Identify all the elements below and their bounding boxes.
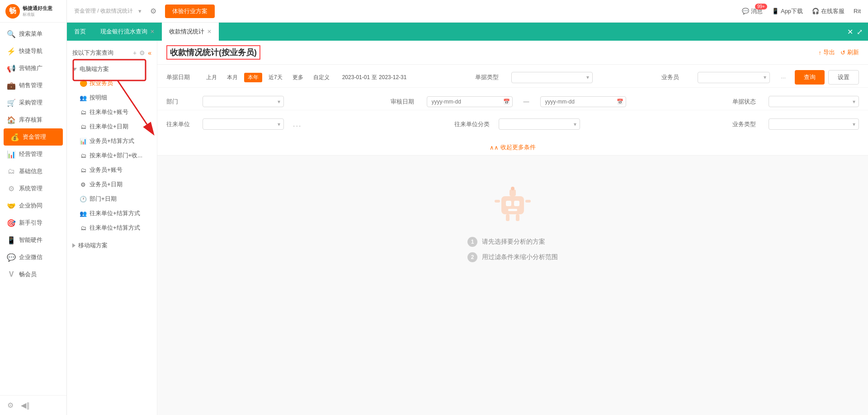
scheme-item-by-salesman[interactable]: 🟠 按业务员 bbox=[67, 76, 157, 90]
scheme-item-dept-date[interactable]: 🕐 部门+日期 bbox=[67, 192, 157, 206]
sidebar-label-marketing: 营销推广 bbox=[19, 64, 42, 72]
sidebar-item-basic[interactable]: 🗂 基础信息 bbox=[0, 163, 66, 180]
sidebar-item-sales[interactable]: 💼 销售管理 bbox=[0, 77, 66, 94]
logo-area: 畅 畅捷通好生意 标准版 bbox=[0, 0, 66, 23]
collapse-button[interactable]: ∧∧ 收起更多条件 bbox=[490, 143, 536, 151]
empty-step-2: 2 用过滤条件来缩小分析范围 bbox=[467, 252, 558, 262]
svg-rect-3 bbox=[508, 209, 517, 211]
partner-category-select[interactable] bbox=[499, 118, 580, 130]
sidebar-label-wechat: 企业微信 bbox=[19, 253, 42, 261]
scheme-group-mobile-title[interactable]: 移动端方案 bbox=[67, 239, 157, 252]
scheme-item-label-salesman-account: 业务员+账号 bbox=[90, 166, 123, 174]
bankflow-tab-close[interactable]: ✕ bbox=[150, 28, 155, 35]
finance-icon: 💰 bbox=[11, 133, 19, 141]
user-button[interactable]: Rit bbox=[854, 8, 861, 14]
scheme-group-desktop-title[interactable]: 电脑端方案 bbox=[67, 62, 157, 76]
export-button[interactable]: ↑ 导出 bbox=[819, 48, 835, 57]
sidebar-item-quicknav[interactable]: ⚡ 快捷导航 bbox=[0, 42, 66, 60]
sidebar-collapse-icon[interactable]: ◀‖ bbox=[21, 401, 30, 410]
header-gear-icon[interactable]: ⚙ bbox=[147, 5, 160, 18]
date-btn-custom[interactable]: 自定义 bbox=[310, 73, 333, 82]
scheme-item-mingxi[interactable]: 👥 按明细 bbox=[67, 90, 157, 105]
scheme-item-partner-dept[interactable]: 🗂 按来单位+部门+收... bbox=[67, 148, 157, 163]
empty-robot-icon bbox=[490, 183, 535, 228]
sidebar-item-marketing[interactable]: 📢 营销推广 bbox=[0, 60, 66, 77]
sidebar-item-finance[interactable]: 💰 资金管理 bbox=[4, 128, 63, 146]
biz-type-select[interactable] bbox=[769, 118, 859, 130]
sidebar-item-enterprise[interactable]: 🤝 企业协同 bbox=[0, 197, 66, 214]
date-btn-last-month[interactable]: 上月 bbox=[203, 73, 221, 82]
svg-rect-4 bbox=[509, 189, 516, 196]
salesman-account-icon: 🗂 bbox=[80, 166, 87, 174]
sidebar-item-wechat[interactable]: 💬 企业微信 bbox=[0, 249, 66, 266]
scheme-item-salesman-date[interactable]: ⚙ 业务员+日期 bbox=[67, 177, 157, 192]
scheme-item-partner-account[interactable]: 🗂 往来单位+账号 bbox=[67, 105, 157, 119]
audit-date-from-input[interactable] bbox=[427, 96, 513, 107]
sidebar-item-inventory[interactable]: 🏠 库存核算 bbox=[0, 111, 66, 128]
app-download-button[interactable]: 📱 App下载 bbox=[772, 7, 803, 15]
scheme-add-button[interactable]: + bbox=[133, 49, 137, 57]
scheme-header-label: 按以下方案查询 bbox=[72, 49, 113, 57]
scheme-item-label-partner-account: 往来单位+账号 bbox=[90, 108, 128, 116]
message-button[interactable]: 💬 消息 99+ bbox=[742, 7, 763, 15]
salesman-more-btn[interactable]: ··· bbox=[781, 74, 786, 81]
partner-more-button[interactable]: ... bbox=[293, 120, 302, 128]
refresh-icon: ↺ bbox=[840, 49, 845, 56]
tab-close-all-button[interactable]: ✕ bbox=[847, 28, 853, 36]
date-btn-this-year[interactable]: 本年 bbox=[244, 73, 262, 82]
date-btn-more[interactable]: 更多 bbox=[289, 73, 307, 82]
partner-category-select-wrap bbox=[499, 118, 580, 130]
partner-filter-label: 往来单位 bbox=[166, 120, 193, 128]
online-service-button[interactable]: 🎧 在线客服 bbox=[812, 7, 844, 15]
step-2-number: 2 bbox=[467, 252, 477, 262]
dept-select[interactable] bbox=[203, 96, 284, 107]
trial-button[interactable]: 体验行业方案 bbox=[165, 5, 215, 18]
sidebar-item-system[interactable]: ⚙ 系统管理 bbox=[0, 180, 66, 197]
doc-type-select[interactable] bbox=[511, 72, 593, 83]
sidebar-item-search[interactable]: 🔍 搜索菜单 bbox=[0, 25, 66, 42]
receipt-tab-close[interactable]: ✕ bbox=[207, 28, 212, 35]
date-btn-this-month[interactable]: 本月 bbox=[223, 73, 241, 82]
scheme-item-partner-date[interactable]: 🗂 往来单位+日期 bbox=[67, 119, 157, 134]
scheme-item-partner-settle1[interactable]: 👥 往来单位+结算方式 bbox=[67, 206, 157, 221]
sidebar-item-guide[interactable]: 🎯 新手引导 bbox=[0, 214, 66, 231]
refresh-button[interactable]: ↺ 刷新 bbox=[840, 48, 859, 57]
doc-type-label: 单据类型 bbox=[475, 73, 502, 81]
sidebar-item-hardware[interactable]: 📱 智能硬件 bbox=[0, 231, 66, 249]
app-icon: 📱 bbox=[772, 8, 779, 14]
tab-receipt[interactable]: 收款情况统计 ✕ bbox=[162, 23, 219, 41]
salesman-select[interactable] bbox=[698, 72, 770, 83]
sidebar-label-hardware: 智能硬件 bbox=[19, 236, 42, 244]
inventory-icon: 🏠 bbox=[7, 116, 15, 124]
sidebar-item-operations[interactable]: 📊 经营管理 bbox=[0, 146, 66, 163]
tab-bankflow[interactable]: 现金银行流水查询 ✕ bbox=[93, 23, 162, 41]
scheme-header-actions: + ⚙ « bbox=[133, 49, 151, 57]
sidebar-settings-icon[interactable]: ⚙ bbox=[7, 401, 14, 410]
svg-rect-2 bbox=[514, 201, 519, 206]
scheme-item-salesman-settle[interactable]: 📊 业务员+结算方式 bbox=[67, 134, 157, 148]
step-1-label: 请先选择要分析的方案 bbox=[482, 238, 545, 246]
date-separator: — bbox=[524, 98, 529, 105]
filter-section: 单据日期 上月 本月 本年 近7天 更多 自定义 2023-01-01 至 20… bbox=[157, 65, 868, 156]
sidebar-item-member[interactable]: V 畅会员 bbox=[0, 266, 66, 283]
empty-state-area: 1 请先选择要分析的方案 2 用过滤条件来缩小分析范围 bbox=[157, 156, 868, 415]
date-btn-7days[interactable]: 近7天 bbox=[265, 73, 286, 82]
partner-select[interactable] bbox=[203, 118, 284, 130]
salesman-filter-label: 业务员 bbox=[661, 73, 689, 81]
scheme-group-desktop: 电脑端方案 🟠 按业务员 👥 按明细 🗂 往来单位+账号 🗂 往来单位+日期 bbox=[67, 61, 157, 237]
sidebar-item-purchase[interactable]: 🛒 采购管理 bbox=[0, 94, 66, 111]
doc-status-select[interactable] bbox=[769, 96, 859, 107]
scheme-item-salesman-account[interactable]: 🗂 业务员+账号 bbox=[67, 163, 157, 177]
query-button[interactable]: 查询 bbox=[795, 70, 825, 85]
tab-bar: 首页 现金银行流水查询 ✕ 收款情况统计 ✕ ✕ ⤢ bbox=[67, 23, 868, 41]
scheme-collapse-button[interactable]: « bbox=[148, 49, 151, 57]
tab-maximize-button[interactable]: ⤢ bbox=[857, 28, 863, 36]
audit-date-to-input[interactable] bbox=[540, 96, 626, 107]
setting-button[interactable]: 设置 bbox=[828, 70, 859, 85]
sidebar-label-system: 系统管理 bbox=[19, 184, 42, 193]
scheme-settings-button[interactable]: ⚙ bbox=[139, 49, 145, 57]
dropdown-arrow[interactable]: ▾ bbox=[138, 8, 142, 14]
scheme-item-partner-settle2[interactable]: 🗂 往来单位+结算方式 bbox=[67, 221, 157, 235]
chevron-right-icon bbox=[72, 243, 75, 248]
tab-home[interactable]: 首页 bbox=[67, 23, 93, 41]
